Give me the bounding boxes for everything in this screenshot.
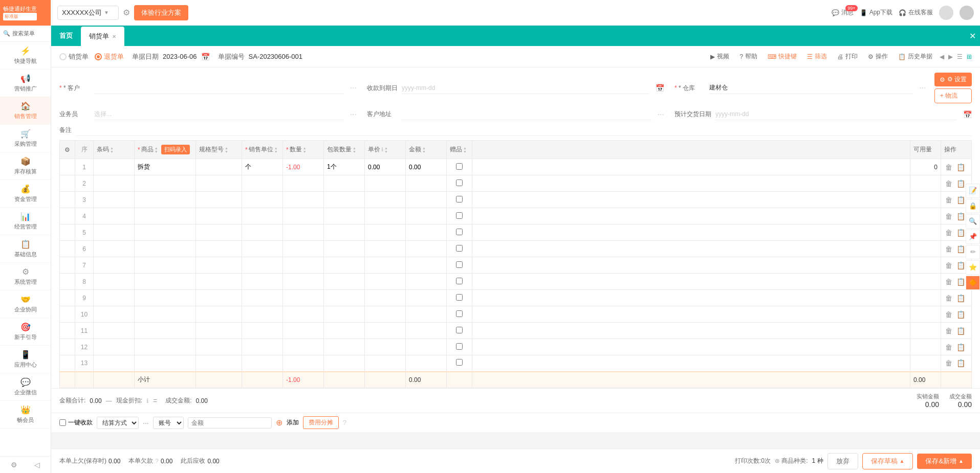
row-delete-btn[interactable]: 🗑 bbox=[944, 327, 953, 335]
sidebar-item-basic-info[interactable]: 📋 基础信息 bbox=[0, 235, 51, 263]
row-qty[interactable] bbox=[283, 257, 324, 274]
row-spec[interactable] bbox=[196, 159, 242, 175]
sidebar-settings-btn[interactable]: ⚙ bbox=[11, 461, 17, 469]
topbar-service-btn[interactable]: 🎧 在线客服 bbox=[899, 8, 933, 17]
row-spec[interactable] bbox=[196, 306, 242, 323]
row-barcode[interactable] bbox=[94, 224, 135, 241]
salesperson-input[interactable] bbox=[94, 108, 344, 120]
row-pkg[interactable] bbox=[324, 323, 365, 339]
row-unit[interactable] bbox=[242, 355, 283, 372]
row-qty[interactable] bbox=[283, 175, 324, 192]
right-panel-btn-4[interactable]: 📌 bbox=[966, 230, 980, 244]
calendar-icon[interactable]: 📅 bbox=[201, 53, 210, 61]
row-gift[interactable] bbox=[447, 208, 472, 224]
product-type-value[interactable]: 1 种 bbox=[812, 457, 823, 465]
row-price[interactable] bbox=[365, 159, 406, 175]
row-delete-btn[interactable]: 🗑 bbox=[944, 196, 953, 204]
right-panel-btn-5[interactable]: ✏ bbox=[966, 245, 980, 259]
row-delete-btn[interactable]: 🗑 bbox=[944, 359, 953, 367]
th-settings[interactable]: ⚙ bbox=[60, 141, 75, 159]
topbar-message-btn[interactable]: 💬 消息 99+ bbox=[832, 8, 854, 17]
due-date-input[interactable] bbox=[402, 82, 649, 94]
row-amount[interactable] bbox=[406, 192, 447, 208]
row-price[interactable] bbox=[365, 339, 406, 355]
row-copy-btn[interactable]: 📋 bbox=[955, 343, 966, 351]
row-copy-btn[interactable]: 📋 bbox=[955, 310, 966, 319]
due-date-calendar-icon[interactable]: 📅 bbox=[656, 84, 664, 92]
row-unit[interactable] bbox=[242, 290, 283, 306]
row-gift[interactable] bbox=[447, 306, 472, 323]
right-panel-btn-2[interactable]: 🔒 bbox=[966, 199, 980, 213]
row-spec[interactable] bbox=[196, 257, 242, 274]
row-qty[interactable] bbox=[283, 159, 324, 175]
row-amount[interactable] bbox=[406, 175, 447, 192]
address-input[interactable] bbox=[402, 108, 651, 120]
row-gift[interactable] bbox=[447, 257, 472, 274]
sidebar-item-enterprise-wechat[interactable]: 💬 企业微信 bbox=[0, 373, 51, 401]
row-pkg[interactable] bbox=[324, 290, 365, 306]
view-list-icon[interactable]: ☰ bbox=[957, 53, 963, 60]
row-product[interactable] bbox=[135, 355, 196, 372]
sidebar-item-system[interactable]: ⚙ 系统管理 bbox=[0, 263, 51, 290]
qty-sort-icon[interactable]: ▲▼ bbox=[303, 146, 307, 153]
note-input[interactable] bbox=[76, 124, 972, 136]
row-barcode[interactable] bbox=[94, 306, 135, 323]
row-product[interactable] bbox=[135, 224, 196, 241]
row-spec[interactable] bbox=[196, 339, 242, 355]
account-select[interactable]: 账号 bbox=[153, 417, 184, 429]
row-qty[interactable] bbox=[283, 323, 324, 339]
sidebar-item-enterprise[interactable]: 🤝 企业协同 bbox=[0, 290, 51, 318]
row-gift[interactable] bbox=[447, 175, 472, 192]
row-spec[interactable] bbox=[196, 224, 242, 241]
delivery-date-input[interactable] bbox=[715, 108, 957, 120]
row-delete-btn[interactable]: 🗑 bbox=[944, 229, 953, 237]
row-delete-btn[interactable]: 🗑 bbox=[944, 245, 953, 253]
spec-sort-icon[interactable]: ▲▼ bbox=[225, 146, 228, 153]
row-pkg[interactable] bbox=[324, 306, 365, 323]
row-delete-btn[interactable]: 🗑 bbox=[944, 163, 953, 171]
row-unit[interactable] bbox=[242, 224, 283, 241]
row-barcode[interactable] bbox=[94, 175, 135, 192]
row-pkg[interactable] bbox=[324, 208, 365, 224]
delivery-date-calendar-icon[interactable]: 📅 bbox=[963, 110, 972, 119]
gift-sort-icon[interactable]: ▲▼ bbox=[463, 146, 467, 153]
row-qty[interactable] bbox=[283, 192, 324, 208]
tab-close-icon[interactable]: ✕ bbox=[112, 34, 116, 39]
expense-help-icon[interactable]: ? bbox=[343, 419, 346, 426]
row-product[interactable] bbox=[135, 175, 196, 192]
payment-amount-input[interactable] bbox=[188, 417, 272, 429]
row-gift[interactable] bbox=[447, 355, 472, 372]
row-delete-btn[interactable]: 🗑 bbox=[944, 179, 953, 188]
row-price[interactable] bbox=[365, 175, 406, 192]
row-copy-btn[interactable]: 📋 bbox=[955, 212, 966, 220]
row-unit[interactable] bbox=[242, 339, 283, 355]
sidebar-search[interactable]: 🔍 搜索菜单 bbox=[0, 26, 51, 42]
row-barcode[interactable] bbox=[94, 192, 135, 208]
row-copy-btn[interactable]: 📋 bbox=[955, 294, 966, 302]
nav-next-icon[interactable]: ▶ bbox=[948, 53, 953, 60]
row-barcode[interactable] bbox=[94, 355, 135, 372]
row-copy-btn[interactable]: 📋 bbox=[955, 163, 966, 171]
row-qty[interactable] bbox=[283, 290, 324, 306]
tabbar-close-btn[interactable]: ✕ bbox=[969, 31, 980, 41]
row-spec[interactable] bbox=[196, 323, 242, 339]
help-btn[interactable]: ? 帮助 bbox=[736, 51, 760, 62]
row-copy-btn[interactable]: 📋 bbox=[955, 179, 966, 188]
row-copy-btn[interactable]: 📋 bbox=[955, 278, 966, 286]
row-amount[interactable] bbox=[406, 339, 447, 355]
warehouse-dots-btn[interactable]: ··· bbox=[919, 83, 926, 93]
view-grid-icon[interactable]: ⊞ bbox=[967, 53, 972, 60]
row-unit[interactable] bbox=[242, 306, 283, 323]
unit-sort-icon[interactable]: ▲▼ bbox=[274, 146, 278, 153]
tab-sales-order[interactable]: 销货单 ✕ bbox=[81, 27, 124, 46]
sidebar-item-operations[interactable]: 📊 经营管理 bbox=[0, 208, 51, 235]
row-pkg[interactable] bbox=[324, 339, 365, 355]
row-delete-btn[interactable]: 🗑 bbox=[944, 261, 953, 269]
row-qty[interactable] bbox=[283, 355, 324, 372]
row-amount[interactable] bbox=[406, 241, 447, 257]
one-click-checkbox[interactable] bbox=[59, 419, 66, 426]
row-copy-btn[interactable]: 📋 bbox=[955, 261, 966, 269]
topbar-app-btn[interactable]: 📱 App下载 bbox=[860, 8, 892, 17]
row-pkg[interactable] bbox=[324, 175, 365, 192]
save-new-btn[interactable]: 保存&新增 ▲ bbox=[917, 454, 972, 469]
